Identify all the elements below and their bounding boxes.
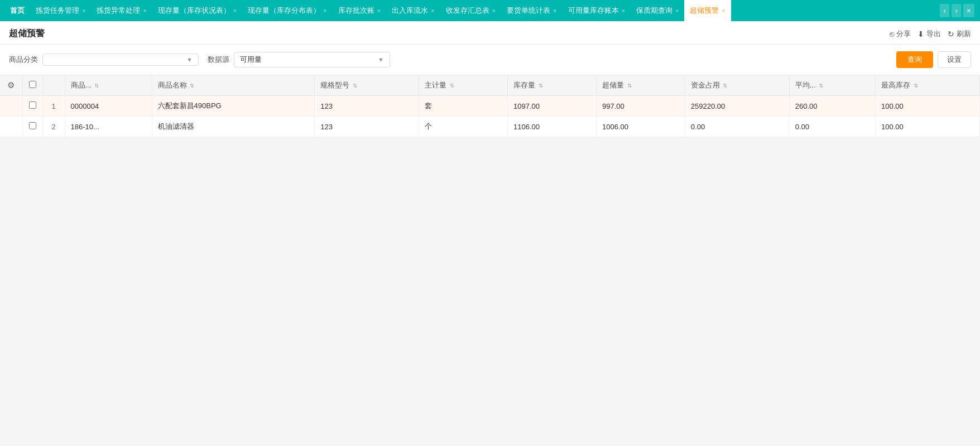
datasource-value: 可用量 xyxy=(240,55,262,65)
close-tab-order-stats[interactable]: × xyxy=(553,7,556,14)
close-tab-available-account[interactable]: × xyxy=(622,7,625,14)
datasource-label: 数据源 xyxy=(208,55,229,65)
row-avg-1: 0.00 xyxy=(789,117,875,137)
category-select[interactable]: ▼ xyxy=(42,54,199,66)
sort-icon-capital: ⇅ xyxy=(723,83,727,89)
row-num-1: 2 xyxy=(42,117,65,137)
page-title: 超储预警 xyxy=(9,28,45,40)
filter-bar: 商品分类 ▼ 数据源 可用量 ▼ 查询 设置 xyxy=(0,45,980,75)
nav-tab-inventory-dist[interactable]: 现存量（库存分布表） × xyxy=(242,0,332,21)
row-settings-0 xyxy=(0,96,22,117)
col-header-capital[interactable]: 资金占用 ⇅ xyxy=(685,75,789,96)
nav-tab-order-stats[interactable]: 要货单统计表 × xyxy=(501,0,562,21)
category-label: 商品分类 xyxy=(9,55,38,65)
filter-actions: 查询 设置 xyxy=(896,51,971,68)
row-num-0: 1 xyxy=(42,96,65,117)
nav-arrow-close[interactable]: × xyxy=(963,4,974,17)
chevron-down-icon: ▼ xyxy=(186,56,193,63)
select-all-checkbox[interactable] xyxy=(29,81,36,88)
gear-icon[interactable]: ⚙ xyxy=(7,80,15,90)
nav-tab-abnormal[interactable]: 拣货异常处理 × xyxy=(91,0,152,21)
overstock-table: ⚙ 商品... ⇅ 商品名称 ⇅ 规格型号 ⇅ xyxy=(0,75,980,137)
col-header-settings: ⚙ xyxy=(0,75,22,96)
row-spec-0: 123 xyxy=(315,96,419,117)
close-tab-task-mgmt[interactable]: × xyxy=(82,7,85,14)
table-header-row: ⚙ 商品... ⇅ 商品名称 ⇅ 规格型号 ⇅ xyxy=(0,75,980,96)
col-header-num xyxy=(42,75,65,96)
sort-icon-overstock: ⇅ xyxy=(627,83,632,89)
category-filter: 商品分类 ▼ xyxy=(9,54,199,66)
row-unit-1: 个 xyxy=(419,117,508,137)
export-button[interactable]: ⬇ 导出 xyxy=(917,29,941,39)
nav-tab-in-out-flow[interactable]: 出入库流水 × xyxy=(386,0,440,21)
close-tab-batch-account[interactable]: × xyxy=(377,7,381,14)
row-product-code-1: 186-10... xyxy=(65,117,152,137)
row-select-1[interactable] xyxy=(29,122,36,129)
col-header-stock[interactable]: 库存量 ⇅ xyxy=(508,75,597,96)
close-tab-abnormal[interactable]: × xyxy=(143,7,146,14)
col-header-avg[interactable]: 平均... ⇅ xyxy=(789,75,875,96)
nav-tab-receive-send[interactable]: 收发存汇总表 × xyxy=(440,0,501,21)
close-tab-quality-check[interactable]: × xyxy=(675,7,679,14)
row-max-stock-1: 100.00 xyxy=(875,117,979,137)
share-icon: ⎋ xyxy=(890,30,894,38)
nav-tab-task-mgmt[interactable]: 拣货任务管理 × xyxy=(30,0,91,21)
col-header-unit[interactable]: 主计量 ⇅ xyxy=(419,75,508,96)
nav-tab-available-account[interactable]: 可用量库存账本 × xyxy=(563,0,631,21)
nav-tab-batch-account[interactable]: 库存批次账 × xyxy=(333,0,386,21)
nav-arrow-left[interactable]: ‹ xyxy=(940,4,949,17)
nav-tab-overstock-warning[interactable]: 超储预警 × xyxy=(684,0,731,21)
row-spec-1: 123 xyxy=(315,117,419,137)
row-overstock-0: 997.00 xyxy=(596,96,685,117)
col-header-spec[interactable]: 规格型号 ⇅ xyxy=(315,75,419,96)
col-header-max-stock[interactable]: 最高库存 ⇅ xyxy=(875,75,979,96)
row-avg-0: 260.00 xyxy=(789,96,875,117)
page-header: 超储预警 ⎋ 分享 ⬇ 导出 ↻ 刷新 xyxy=(0,21,980,45)
settings-button[interactable]: 设置 xyxy=(938,51,971,68)
nav-home[interactable]: 首页 xyxy=(4,0,30,21)
chevron-down-icon2: ▼ xyxy=(378,56,384,63)
col-header-product-name[interactable]: 商品名称 ⇅ xyxy=(152,75,315,96)
sort-icon-spec: ⇅ xyxy=(353,83,357,89)
query-button[interactable]: 查询 xyxy=(896,51,933,68)
table-row: 2 186-10... 机油滤清器 123 个 1106.00 1006.00 … xyxy=(0,117,980,137)
sort-icon-product-code: ⇅ xyxy=(94,83,99,89)
close-tab-inventory-dist[interactable]: × xyxy=(323,7,326,14)
row-max-stock-0: 100.00 xyxy=(875,96,979,117)
row-stock-0: 1097.00 xyxy=(508,96,597,117)
row-unit-0: 套 xyxy=(419,96,508,117)
row-checkbox-1[interactable] xyxy=(22,117,42,137)
sort-icon-max-stock: ⇅ xyxy=(914,83,918,89)
data-table-container: ⚙ 商品... ⇅ 商品名称 ⇅ 规格型号 ⇅ xyxy=(0,75,980,137)
close-tab-overstock-warning[interactable]: × xyxy=(722,7,725,14)
col-header-product-code[interactable]: 商品... ⇅ xyxy=(65,75,152,96)
share-button[interactable]: ⎋ 分享 xyxy=(890,29,911,39)
row-overstock-1: 1006.00 xyxy=(596,117,685,137)
row-capital-1: 0.00 xyxy=(685,117,789,137)
nav-arrow-right[interactable]: › xyxy=(952,4,961,17)
nav-tab-quality-check[interactable]: 保质期查询 × xyxy=(631,0,684,21)
row-product-name-0: 六配套新昌490BPG xyxy=(152,96,315,117)
refresh-button[interactable]: ↻ 刷新 xyxy=(948,29,971,39)
row-product-name-1: 机油滤清器 xyxy=(152,117,315,137)
row-checkbox-0[interactable] xyxy=(22,96,42,117)
sort-icon-avg: ⇅ xyxy=(819,83,823,89)
row-select-0[interactable] xyxy=(29,101,36,109)
export-icon: ⬇ xyxy=(917,30,924,38)
sort-icon-product-name: ⇅ xyxy=(190,83,194,89)
close-tab-receive-send[interactable]: × xyxy=(492,7,496,14)
col-header-checkbox xyxy=(22,75,42,96)
row-product-code-0: 0000004 xyxy=(65,96,152,117)
close-tab-inventory-status[interactable]: × xyxy=(233,7,237,14)
datasource-select[interactable]: 可用量 ▼ xyxy=(234,52,390,67)
top-navigation: 首页 拣货任务管理 × 拣货异常处理 × 现存量（库存状况表） × 现存量（库存… xyxy=(0,0,980,21)
close-tab-in-out-flow[interactable]: × xyxy=(431,7,434,14)
col-header-overstock[interactable]: 超储量 ⇅ xyxy=(596,75,685,96)
nav-arrows: ‹ › × xyxy=(939,4,976,17)
row-capital-0: 259220.00 xyxy=(685,96,789,117)
header-actions: ⎋ 分享 ⬇ 导出 ↻ 刷新 xyxy=(890,29,971,39)
table-row: 1 0000004 六配套新昌490BPG 123 套 1097.00 997.… xyxy=(0,96,980,117)
refresh-icon: ↻ xyxy=(948,30,954,38)
nav-tab-inventory-status[interactable]: 现存量（库存状况表） × xyxy=(152,0,242,21)
sort-icon-unit: ⇅ xyxy=(450,83,454,89)
